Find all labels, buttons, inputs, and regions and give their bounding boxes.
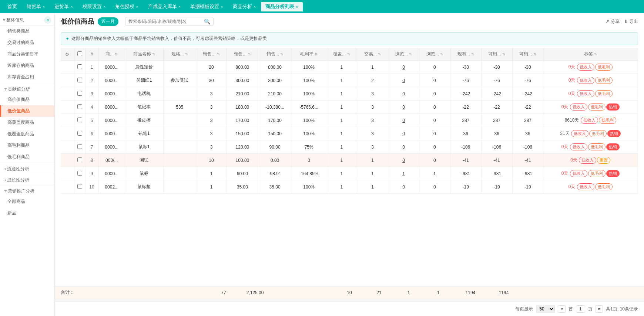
browse-link[interactable]: 0 [402,105,405,110]
nav-sales[interactable]: 销货单× [22,2,49,11]
cell-checkbox[interactable] [74,140,85,154]
browse-link[interactable]: 0 [402,131,405,136]
th-trade[interactable]: 交易... ⇅ [357,48,388,61]
sidebar-item-stock-funds[interactable]: 库存资金占用 [0,71,54,83]
cell-browse1[interactable]: 0 [388,127,419,140]
search-input[interactable] [128,19,202,24]
row-checkbox[interactable] [77,144,82,149]
nav-analysis-list[interactable]: 商品分析列表× [261,2,302,11]
th-name[interactable]: 商品名称 ⇅ [125,48,163,61]
cell-browse1[interactable]: 0 [388,114,419,127]
th-browse1[interactable]: 浏览... ⇅ [388,48,419,61]
export-btn[interactable]: ⬇ 导出 [624,18,638,25]
browse-link[interactable]: 1 [402,171,405,176]
cell-checkbox[interactable] [74,87,85,101]
sidebar-item-low-value[interactable]: 低价值商品 [0,105,54,117]
browse-link[interactable]: 0 [402,184,405,190]
nav-roles[interactable]: 角色授权× [111,2,142,11]
browse-link[interactable]: 0 [402,78,405,83]
th-browse2[interactable]: 浏览... ⇅ [419,48,450,61]
sidebar-item-high-coverage[interactable]: 高覆盖度商品 [0,117,54,128]
cell-browse1[interactable]: 0 [388,180,419,194]
row-checkbox[interactable] [77,104,82,109]
next-page-btn[interactable]: » [596,305,603,313]
cell-browse1[interactable]: 0 [388,140,419,154]
sidebar-item-low-profit[interactable]: 低毛利商品 [0,151,54,163]
row-checkbox[interactable] [77,171,82,176]
th-sale-amount[interactable]: 销售... ⇅ [258,48,292,61]
sidebar-item-new-goods[interactable]: 新品 [0,207,54,219]
nav-close-template[interactable]: × [221,4,223,9]
search-icon[interactable]: 🔍 [204,18,210,24]
th-gear[interactable]: ⚙ [61,48,74,61]
sidebar-item-traded-goods[interactable]: 交易过的商品 [0,37,54,48]
cell-browse1[interactable]: 1 [388,167,419,180]
sidebar-item-category-rate[interactable]: 商品分类销售率 [0,48,54,60]
cell-browse1[interactable]: 0 [388,61,419,74]
days-label: 0天 [561,144,568,149]
th-spec[interactable]: 规格... ⇅ [163,48,196,61]
row-checkbox[interactable] [77,78,82,82]
sidebar-item-high-profit[interactable]: 高毛利商品 [0,140,54,151]
cell-checkbox[interactable] [74,61,85,74]
th-checkbox[interactable] [74,48,85,61]
nav-home[interactable]: 首页 [3,2,21,11]
th-tag[interactable]: 标签 ⇅ [543,48,638,61]
cell-checkbox[interactable] [74,180,85,194]
sidebar-item-high-value[interactable]: 高价值商品 [0,94,54,105]
row-checkbox[interactable] [77,131,82,136]
filter-recent-month-btn[interactable]: 近一月 [98,17,118,26]
nav-close-permissions[interactable]: × [103,4,105,9]
cell-checkbox[interactable] [74,167,85,180]
nav-close-sales[interactable]: × [43,4,45,9]
th-coverage[interactable]: 覆盖... ⇅ [326,48,357,61]
cell-browse1[interactable]: 0 [388,87,419,101]
th-sale-price[interactable]: 销售... ⇅ [227,48,258,61]
cell-checkbox[interactable] [74,154,85,167]
cell-checkbox[interactable] [74,114,85,127]
nav-analysis[interactable]: 商品分析× [228,2,260,11]
row-checkbox[interactable] [77,118,82,122]
row-checkbox[interactable] [77,64,82,69]
cell-checkbox[interactable] [74,74,85,87]
sidebar-item-all-goods[interactable]: 全部商品 [0,196,54,207]
nav-close-purchase[interactable]: × [70,4,73,9]
nav-close-warehouse[interactable]: × [178,4,181,9]
sidebar-item-low-coverage[interactable]: 低覆盖度商品 [0,128,54,140]
first-page-btn[interactable]: « [558,305,566,313]
nav-close-analysis[interactable]: × [254,4,256,9]
cell-spec [163,154,196,167]
days-label: 0天 [568,78,576,83]
th-sale-qty[interactable]: 销售... ⇅ [196,48,227,61]
browse-link[interactable]: 0 [402,118,405,123]
th-available[interactable]: 可用... ⇅ [481,48,512,61]
cell-browse1[interactable]: 0 [388,101,419,114]
page-size-select[interactable]: 50 100 200 [536,305,555,313]
nav-template[interactable]: 单据模板设置× [186,2,227,11]
row-checkbox[interactable] [77,157,82,162]
browse-link[interactable]: 0 [402,158,405,163]
select-all-checkbox[interactable] [77,51,82,56]
cell-browse1[interactable]: 0 [388,154,419,167]
nav-warehouse[interactable]: 产成品入库单× [144,2,185,11]
browse-link[interactable]: 0 [402,65,405,70]
row-checkbox[interactable] [77,91,82,96]
nav-close-roles[interactable]: × [136,4,138,9]
nav-permissions[interactable]: 权限设置× [78,2,110,11]
browse-link[interactable]: 0 [402,145,405,150]
th-gross-rate[interactable]: 毛利率 ⇅ [292,48,326,61]
share-btn[interactable]: ↗ 分享 [606,18,620,25]
cell-browse1[interactable]: 0 [388,74,419,87]
cell-checkbox[interactable] [74,127,85,140]
nav-purchase[interactable]: 进货单× [50,2,77,11]
sidebar-collapse-btn[interactable]: « [44,16,51,24]
th-stock[interactable]: 现有... ⇅ [450,48,481,61]
sidebar-item-sales-goods[interactable]: 销售类商品 [0,26,54,37]
sidebar-item-low-stock[interactable]: 近库存的商品 [0,60,54,71]
nav-close-analysis-list[interactable]: × [296,4,298,9]
th-code[interactable]: 商... ⇅ [98,48,125,61]
th-saleable[interactable]: 可销... ⇅ [512,48,543,61]
cell-checkbox[interactable] [74,101,85,114]
browse-link[interactable]: 0 [402,91,405,96]
row-checkbox[interactable] [77,184,82,189]
